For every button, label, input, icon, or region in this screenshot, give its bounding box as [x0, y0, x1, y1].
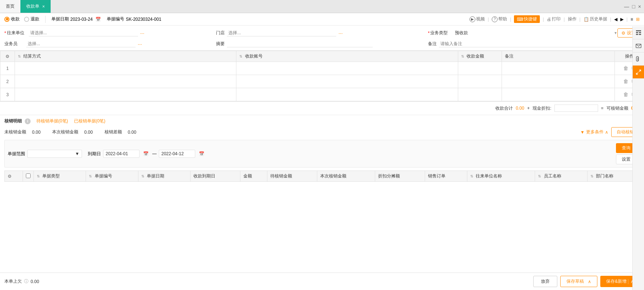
- row-num-2: 2: [0, 75, 15, 88]
- amount-3[interactable]: [458, 88, 502, 101]
- verified-tab[interactable]: 已核销单据(0笔): [74, 118, 106, 124]
- counterparty-input[interactable]: [29, 30, 138, 36]
- date-label: 单据日期: [51, 16, 69, 22]
- delete-row-2-icon[interactable]: 🗑: [623, 78, 628, 84]
- store-input[interactable]: [227, 30, 336, 36]
- help-btn[interactable]: ? 帮助: [492, 16, 507, 22]
- account-1[interactable]: [236, 62, 458, 75]
- select-all-checkbox[interactable]: [26, 173, 31, 178]
- tab-receipt[interactable]: 收款单 ×: [20, 0, 51, 13]
- start-date-input[interactable]: [103, 150, 140, 158]
- col-settlement-label: 结算方式: [23, 54, 41, 59]
- discount-input[interactable]: [554, 105, 598, 112]
- settlement-3[interactable]: [15, 88, 236, 101]
- maximize-icon[interactable]: □: [632, 4, 635, 9]
- sidebar-table-icon[interactable]: [633, 26, 644, 39]
- pending-tab[interactable]: 待核销单据(0笔): [36, 118, 68, 124]
- bottom-col-counterparty-label: 往来单位名称: [476, 173, 502, 179]
- col-remark-header: 备注: [502, 51, 614, 62]
- radio-refund[interactable]: 退款: [24, 16, 39, 22]
- settlement-1[interactable]: [15, 62, 236, 75]
- video-btn[interactable]: ▶ 视频: [470, 16, 485, 22]
- divider-1: [45, 16, 46, 23]
- remark-input[interactable]: [439, 40, 640, 47]
- store-label: 门店: [216, 30, 227, 36]
- counterparty-field: * 往来单位 ···: [4, 30, 216, 36]
- range-field: 单据范围 ▼: [8, 150, 82, 158]
- unverified-label: 未核销金额: [4, 129, 26, 135]
- col-remark-label: 备注: [505, 54, 514, 59]
- footer-left: 本单上欠 ⓘ 0.00: [4, 278, 39, 285]
- remark-1[interactable]: [502, 62, 614, 75]
- verify-info-icon[interactable]: i: [25, 118, 31, 124]
- operation-btn[interactable]: 操作: [568, 16, 577, 22]
- receipt-table: ⚙ ⇅ 结算方式 ⇅ 收款账号 ⇅ 收款金额 备注: [0, 51, 644, 101]
- counterparty-more-icon[interactable]: ···: [138, 30, 147, 36]
- bottom-col-current: 本次核销金额: [317, 171, 375, 182]
- tab-home[interactable]: 首页: [0, 0, 20, 13]
- history-btn[interactable]: 📋 历史单据: [584, 16, 607, 22]
- delete-row-3-icon[interactable]: 🗑: [623, 91, 628, 97]
- summary-input[interactable]: [227, 40, 373, 47]
- more-conditions-btn[interactable]: ▼ 更多条件 ∧: [580, 129, 608, 135]
- remark-3[interactable]: [502, 88, 614, 101]
- bottom-col-current-label: 本次核销金额: [320, 173, 346, 179]
- delete-row-1-icon[interactable]: 🗑: [623, 65, 628, 71]
- calendar-start-icon[interactable]: 📅: [143, 151, 149, 156]
- calendar-icon[interactable]: 📅: [95, 17, 101, 22]
- bottom-col-pending: 待核销金额: [267, 171, 317, 182]
- save-draft-button[interactable]: 保存草稿 ∧: [560, 276, 597, 287]
- table-row: 1 🗑 ⧉: [0, 62, 644, 75]
- sidebar-expand-icon[interactable]: [633, 66, 644, 79]
- tab-receipt-label: 收款单: [26, 3, 39, 9]
- table-settings-icon[interactable]: ⚙: [5, 54, 9, 59]
- abandon-button[interactable]: 放弃: [533, 276, 557, 287]
- staff-more-icon[interactable]: ···: [136, 41, 144, 47]
- print-label: 打印: [552, 16, 561, 22]
- table-row: 3 🗑 ⧉: [0, 88, 644, 101]
- sidebar-email-icon[interactable]: [633, 39, 644, 52]
- footer: 本单上欠 ⓘ 0.00 放弃 保存草稿 ∧ 保存&新增 ∧: [0, 273, 644, 290]
- bottom-table-settings-icon[interactable]: ⚙: [8, 174, 12, 179]
- radio-receipt[interactable]: 收款: [4, 16, 20, 22]
- video-label: 视频: [476, 16, 485, 22]
- store-more-icon[interactable]: ···: [336, 30, 345, 36]
- total-label: 收款合计: [495, 105, 513, 111]
- sidebar-attachment-icon[interactable]: [633, 52, 644, 66]
- toolbar-actions: ▶ 视频 | ? 帮助 | ⌨ 快捷键 | 🖨 打印 | 操作 |: [470, 15, 640, 23]
- nav-right-icon[interactable]: ▶: [620, 17, 624, 22]
- settlement-2[interactable]: [15, 75, 236, 88]
- verify-title: 核销明细: [4, 118, 22, 124]
- shortcut-btn[interactable]: ⌨ 快捷键: [514, 15, 540, 23]
- bottom-col-staff-label: 员工名称: [544, 173, 561, 179]
- unverified-value: 0.00: [32, 130, 40, 135]
- svg-rect-2: [639, 32, 641, 33]
- list-icon[interactable]: ≡: [631, 17, 633, 22]
- verify-section: 核销明细 i 待核销单据(0笔) 已核销单据(0笔) 未核销金额 0.00 本次…: [0, 115, 644, 273]
- range-select[interactable]: ▼: [27, 150, 82, 158]
- business-type-arrow[interactable]: ▼: [614, 31, 617, 35]
- footer-info-icon[interactable]: ⓘ: [24, 278, 28, 285]
- grid-icon[interactable]: ⊞: [636, 17, 640, 22]
- radio-receipt-circle: [4, 17, 9, 22]
- bottom-col-duedate-label: 收款到期日: [193, 173, 215, 179]
- account-2[interactable]: [236, 75, 458, 88]
- print-btn[interactable]: 🖨 打印: [547, 16, 561, 22]
- equals-label: =: [601, 106, 604, 111]
- calendar-end-icon[interactable]: 📅: [199, 151, 204, 156]
- amount-1[interactable]: [458, 62, 502, 75]
- remark-2[interactable]: [502, 75, 614, 88]
- nav-left-icon[interactable]: ◀: [614, 17, 617, 22]
- filter-setting-label: 设置: [622, 157, 631, 162]
- form-row-1: * 往来单位 ··· 门店 ··· * 业务类型 预收款 ▼ ⚙ 设置: [4, 28, 640, 38]
- amount-2[interactable]: [458, 75, 502, 88]
- staff-input[interactable]: [26, 40, 136, 47]
- expand-icon: [636, 69, 641, 75]
- account-3[interactable]: [236, 88, 458, 101]
- end-date-input[interactable]: [159, 150, 195, 158]
- col-account-label: 收款账号: [245, 54, 263, 59]
- minimize-icon[interactable]: —: [624, 4, 629, 9]
- save-draft-arrow[interactable]: ∧: [585, 279, 591, 284]
- close-window-icon[interactable]: ×: [638, 4, 641, 9]
- tab-close-icon[interactable]: ×: [42, 4, 45, 9]
